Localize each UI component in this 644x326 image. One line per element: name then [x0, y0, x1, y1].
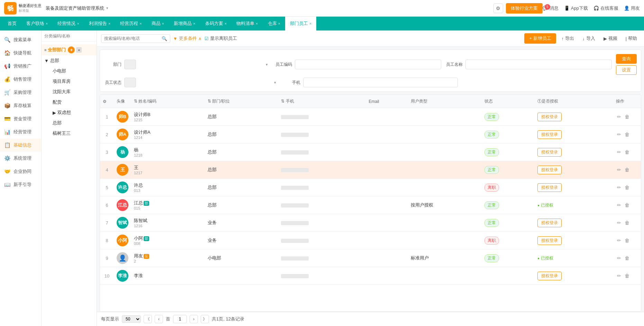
more-filters-button[interactable]: ▼ 更多条件 ∧	[173, 35, 202, 42]
sidebar-item-guide[interactable]: 📖 新手引导	[0, 178, 41, 191]
auth-login-button[interactable]: 授权登录	[537, 219, 562, 227]
close-icon[interactable]: ×	[139, 21, 142, 26]
trial-button[interactable]: 体验行业方案	[506, 3, 543, 14]
tab-add-goods[interactable]: 新增商品 ×	[169, 17, 200, 30]
close-icon[interactable]: ×	[278, 21, 280, 26]
delete-button[interactable]: 🗑	[625, 255, 629, 261]
edit-button[interactable]: ✏	[617, 202, 621, 208]
edit-button[interactable]: ✏	[617, 149, 621, 155]
tab-customer[interactable]: 客户联络 ×	[21, 17, 53, 30]
dept-node-gaoshu[interactable]: 槁树王三	[48, 128, 97, 139]
sidebar-item-nav[interactable]: 🏠 快捷导航	[0, 46, 41, 60]
auth-login-button[interactable]: 授权登录	[537, 272, 562, 280]
auth-login-button[interactable]: 授权登录	[537, 113, 562, 121]
delete-button[interactable]: 🗑	[625, 220, 629, 226]
delete-button[interactable]: 🗑	[625, 273, 629, 279]
app-download-button[interactable]: 📱 App下载	[564, 5, 588, 11]
delete-button[interactable]: 🗑	[625, 132, 629, 137]
close-icon[interactable]: ×	[162, 21, 164, 26]
help-button[interactable]: | 帮助	[623, 34, 640, 43]
sidebar-item-sales[interactable]: 💰 销售管理	[0, 73, 41, 86]
dept-add-button[interactable]: +	[68, 46, 75, 53]
employee-search-input[interactable]	[104, 36, 162, 41]
tab-department[interactable]: 部门员工 ×	[285, 17, 316, 30]
phone-input[interactable]	[303, 78, 458, 87]
sidebar-item-purchase[interactable]: 🛒 采购管理	[0, 86, 41, 99]
sidebar-item-basic[interactable]: 📋 基础信息	[0, 139, 41, 152]
th-phone[interactable]: ⇅ 手机	[278, 95, 366, 108]
online-service-button[interactable]: 🎧 在线客服	[593, 5, 618, 11]
close-icon[interactable]: ×	[46, 21, 48, 26]
edit-button[interactable]: ✏	[617, 185, 621, 190]
search-submit-icon[interactable]: 🔍	[162, 36, 167, 41]
edit-button[interactable]: ✏	[617, 167, 621, 173]
add-employee-button[interactable]: + 新增员工	[524, 33, 556, 44]
auth-login-button[interactable]: 授权登录	[537, 130, 562, 139]
tab-barcode[interactable]: 条码方案 ×	[200, 17, 232, 30]
dept-all-header[interactable]: ≡ 全部部门 + «	[42, 44, 97, 55]
th-dept[interactable]: ⇅ 部门/职位	[205, 95, 279, 108]
tab-goods[interactable]: 商品 ×	[147, 17, 169, 30]
sidebar-item-system[interactable]: ⚙️ 系统管理	[0, 152, 41, 165]
tab-history[interactable]: 经营历程 ×	[115, 17, 146, 30]
delete-button[interactable]: 🗑	[625, 238, 629, 243]
user-menu[interactable]: 👤 用友	[624, 5, 640, 11]
status-select[interactable]	[124, 78, 136, 87]
tab-operation[interactable]: 经营情况 ×	[53, 17, 84, 30]
first-page-button[interactable]: 《	[144, 315, 152, 323]
auth-login-button[interactable]: 授权登录	[537, 166, 562, 174]
page-number-input[interactable]	[173, 315, 187, 323]
sidebar-item-management[interactable]: 📊 经营管理	[0, 125, 41, 139]
close-icon[interactable]: ×	[256, 21, 258, 26]
delete-button[interactable]: 🗑	[625, 149, 629, 155]
close-icon[interactable]: ×	[108, 21, 110, 26]
dept-search-input[interactable]	[44, 34, 96, 38]
message-button[interactable]: 💬 5 消息	[543, 5, 559, 11]
tab-home[interactable]: 首页	[3, 17, 21, 30]
delete-button[interactable]: 🗑	[625, 167, 629, 173]
tab-warehouse[interactable]: 仓库 ×	[263, 17, 285, 30]
auth-login-button[interactable]: 授权登录	[537, 236, 562, 245]
import-button[interactable]: ↓ 导入	[580, 34, 598, 43]
query-button[interactable]: 查询	[616, 54, 637, 64]
edit-button[interactable]: ✏	[617, 273, 621, 279]
page-size-select[interactable]: 50 100	[122, 315, 141, 323]
sidebar-item-inventory[interactable]: 📦 库存核算	[0, 99, 41, 112]
last-page-button[interactable]: 》	[201, 315, 209, 323]
close-icon[interactable]: ×	[77, 21, 79, 26]
auth-login-button[interactable]: 授权登录	[537, 148, 562, 157]
auth-login-button[interactable]: 授权登录	[537, 183, 562, 192]
emp-name-input[interactable]	[465, 60, 612, 69]
edit-button[interactable]: ✏	[617, 114, 621, 120]
th-settings[interactable]: ⚙	[100, 95, 114, 108]
dept-select[interactable]	[124, 60, 136, 69]
delete-button[interactable]: 🗑	[625, 185, 629, 190]
dept-node-zongbu-root[interactable]: ▼ 总部	[42, 55, 97, 66]
tab-bom[interactable]: 物料清单 ×	[232, 17, 263, 30]
delete-button[interactable]: 🗑	[625, 202, 629, 208]
panel-collapse-button[interactable]: «	[76, 47, 82, 53]
reset-button[interactable]: 设置	[616, 65, 637, 75]
tab-profit[interactable]: 利润报告 ×	[84, 17, 115, 30]
dept-node-shenyang[interactable]: 沈阳大库	[48, 87, 97, 97]
sidebar-item-collab[interactable]: 🤝 企业协同	[0, 165, 41, 178]
next-page-button[interactable]: ›	[190, 315, 198, 323]
dept-node-xiangmu[interactable]: 项目库房	[48, 76, 97, 87]
th-name[interactable]: ⇅ 姓名/编码	[131, 95, 205, 108]
view-button[interactable]: ▶ 视频	[601, 34, 620, 43]
dept-node-xiaodianbu[interactable]: 小电部	[48, 66, 97, 76]
sidebar-item-finance[interactable]: 💳 资金管理	[0, 112, 41, 125]
close-icon[interactable]: ×	[225, 21, 227, 26]
close-icon[interactable]: ×	[193, 21, 195, 26]
edit-button[interactable]: ✏	[617, 238, 621, 243]
dept-node-peihuo[interactable]: 配货	[48, 97, 97, 107]
dept-node-shuang[interactable]: ▶ 双虑想	[48, 107, 97, 118]
close-icon[interactable]: ×	[309, 21, 311, 26]
edit-button[interactable]: ✏	[617, 220, 621, 226]
gear-button[interactable]: ⚙	[493, 3, 503, 13]
sidebar-item-marketing[interactable]: 📢 营销推广	[0, 60, 41, 73]
delete-button[interactable]: 🗑	[625, 114, 629, 120]
dept-node-zongbu-child[interactable]: 总部	[48, 118, 97, 128]
show-inactive-toggle[interactable]: ☑ 显示离职员工	[205, 35, 237, 42]
sidebar-item-search[interactable]: 🔍 搜索菜单	[0, 33, 41, 46]
